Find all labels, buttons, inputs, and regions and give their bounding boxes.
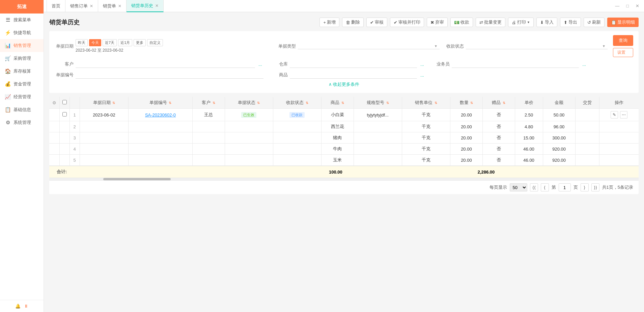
setting-button[interactable]: 设置 — [613, 48, 633, 57]
export-button[interactable]: ⬆ 导出 — [560, 18, 581, 27]
date-btn-yesterday[interactable]: 昨天 — [76, 39, 88, 46]
filter-collapse[interactable]: ∧ 收起更多条件 — [55, 80, 633, 89]
tab-sales-order[interactable]: 销售订单 ✕ — [65, 0, 98, 12]
warehouse-ellipsis[interactable]: ... — [419, 62, 425, 67]
tab-sales-goods-close[interactable]: ✕ — [118, 4, 121, 8]
import-button[interactable]: ⬇ 导入 — [536, 18, 557, 27]
table-header-spec[interactable]: 规格型号 ⇅ — [354, 97, 402, 109]
audit-print-button[interactable]: ✔ 审核并打印 — [390, 18, 424, 27]
row-checkbox-cell[interactable] — [59, 132, 69, 144]
audit-button[interactable]: ✔ 审核 — [366, 18, 387, 27]
row-settings-cell — [49, 109, 59, 121]
notification-icon[interactable]: 🔔 — [15, 304, 21, 309]
tab-home[interactable]: 首页 — [47, 0, 65, 12]
doc-no-input[interactable] — [76, 71, 263, 79]
batch-change-button[interactable]: ⇄ 批量变更 — [476, 18, 505, 27]
prev-page-button[interactable]: ⟨ — [541, 183, 549, 191]
doc-no-link[interactable]: SA-20230602-0 — [145, 112, 176, 118]
date-btn-1month[interactable]: 近1月 — [118, 39, 132, 46]
table-header-date[interactable]: 单据日期 ⇅ — [80, 97, 129, 109]
goods-input[interactable] — [290, 71, 417, 79]
scrollbar-thumb[interactable] — [103, 178, 171, 180]
date-btn-more[interactable]: 更多 — [134, 39, 146, 46]
row-action-cell — [599, 155, 639, 166]
sidebar-item-finance[interactable]: 💰 资金管理 — [0, 78, 44, 90]
sidebar-item-label: 库存核算 — [13, 68, 31, 74]
pay-status-select[interactable]: ▼ — [466, 43, 608, 49]
sidebar-item-search-menu[interactable]: ☰ 搜索菜单 — [0, 14, 44, 26]
table-header-gift[interactable]: 赠品 ⇅ — [482, 97, 515, 109]
row-doc-no-cell[interactable] — [129, 121, 193, 132]
sidebar-item-purchase-mgmt[interactable]: 🛒 采购管理 — [0, 52, 44, 65]
table-header-checkbox[interactable] — [59, 97, 69, 109]
row-checkbox-cell[interactable] — [59, 144, 69, 155]
last-page-button[interactable]: ⟩⟩ — [591, 183, 599, 191]
table-header-unit[interactable]: 销售单位 ⇅ — [402, 97, 450, 109]
window-minimize[interactable]: — — [613, 3, 621, 9]
row-qty-cell: 20.00 — [450, 109, 483, 121]
print-button[interactable]: 🖨 打印 ▼ — [508, 18, 534, 27]
sidebar-item-quick-nav[interactable]: ⚡ 快捷导航 — [0, 26, 44, 39]
horizontal-scrollbar[interactable] — [49, 178, 639, 180]
warehouse-input[interactable] — [290, 60, 417, 68]
sidebar-item-basic-info[interactable]: 📋 基础信息 — [0, 103, 44, 116]
page-number-input[interactable] — [559, 183, 571, 191]
sidebar-item-sys-mgmt[interactable]: ⚙ 系统管理 — [0, 116, 44, 129]
salesperson-ellipsis[interactable]: ... — [581, 62, 587, 67]
row-action-cell — [599, 121, 639, 132]
query-button[interactable]: 查询 — [613, 35, 633, 46]
date-btn-7days[interactable]: 近7天 — [103, 39, 117, 46]
refresh-button[interactable]: ↺ 刷新 — [584, 18, 605, 27]
table-header-goods[interactable]: 商品 ⇅ — [321, 97, 354, 109]
basic-info-icon: 📋 — [5, 107, 11, 113]
sidebar-item-operation[interactable]: 📈 经营管理 — [0, 90, 44, 103]
row-more-button[interactable]: ⋯ — [620, 111, 627, 119]
warehouse-label: 仓库 — [269, 61, 288, 67]
row-checkbox[interactable] — [62, 112, 67, 116]
tab-sales-history-close[interactable]: ✕ — [155, 3, 159, 8]
sidebar-item-inventory[interactable]: 🏠 库存核算 — [0, 65, 44, 78]
row-edit-button[interactable]: ✎ — [611, 111, 618, 119]
goods-ellipsis[interactable]: ... — [419, 73, 425, 78]
date-btn-today[interactable]: 今天 — [89, 39, 101, 46]
table-header-pay-status[interactable]: 收款状态 ⇅ — [273, 97, 321, 109]
table-header-customer[interactable]: 客户 ⇅ — [192, 97, 225, 109]
abandon-button[interactable]: ✖ 弃审 — [427, 18, 448, 27]
customer-ellipsis[interactable]: ... — [257, 62, 263, 67]
add-button[interactable]: + 新增 — [319, 18, 339, 27]
row-doc-no-cell[interactable] — [129, 132, 193, 144]
table-header-settings[interactable]: ⚙ — [49, 97, 59, 109]
row-checkbox-cell[interactable] — [59, 155, 69, 166]
table-settings-icon[interactable]: ⚙ — [52, 100, 56, 105]
window-close[interactable]: ✕ — [634, 3, 641, 9]
next-page-button[interactable]: ⟩ — [581, 183, 589, 191]
filter-doc-no: 单据编号 — [55, 71, 263, 79]
table-header-doc-status[interactable]: 单据状态 ⇅ — [225, 97, 273, 109]
delete-button[interactable]: 🗑 删除 — [342, 18, 364, 27]
collect-button[interactable]: 💵 收款 — [450, 18, 473, 27]
row-checkbox-cell[interactable] — [59, 109, 69, 121]
customer-input[interactable] — [76, 60, 255, 68]
table-header-doc-no[interactable]: 单据编号 ⇅ — [129, 97, 193, 109]
tab-sales-history[interactable]: 销货单历史 ✕ — [127, 0, 164, 12]
sidebar-item-sales-mgmt[interactable]: 📊 销售管理 — [0, 39, 44, 52]
print-icon: 🖨 — [512, 20, 516, 25]
table-header-qty[interactable]: 数量 ⇅ — [450, 97, 483, 109]
row-doc-no-cell[interactable] — [129, 144, 193, 155]
salesperson-input[interactable] — [452, 60, 579, 68]
window-maximize[interactable]: □ — [624, 3, 631, 9]
tab-sales-order-close[interactable]: ✕ — [90, 4, 93, 8]
row-doc-no-cell[interactable] — [129, 155, 193, 166]
row-pay-status-cell — [273, 121, 321, 132]
pause-icon[interactable]: ⏸ — [24, 304, 28, 309]
per-page-select[interactable]: 50 100 200 — [510, 183, 527, 191]
row-checkbox-cell[interactable] — [59, 121, 69, 132]
date-btn-custom[interactable]: 自定义 — [147, 39, 163, 46]
filter-row-2: 客户 ... 仓库 ... 业务员 ... — [55, 60, 633, 68]
select-all-checkbox[interactable] — [62, 100, 67, 104]
tab-sales-goods[interactable]: 销货单 ✕ — [98, 0, 127, 12]
doc-type-select[interactable]: ▼ — [298, 43, 440, 49]
row-doc-no-cell[interactable]: SA-20230602-0 — [129, 109, 193, 121]
first-page-button[interactable]: ⟨⟨ — [530, 183, 538, 191]
show-detail-button[interactable]: 📋 显示明细 — [607, 18, 639, 27]
